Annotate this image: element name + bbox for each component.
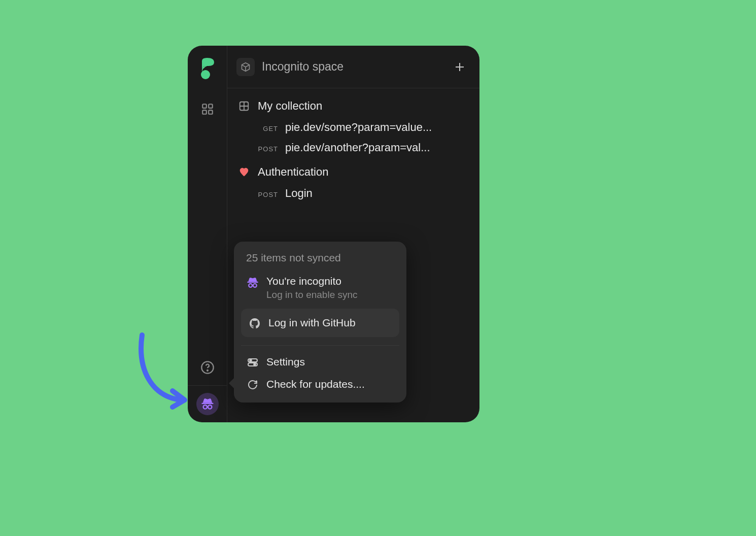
header: Incognito space: [227, 46, 479, 88]
collection-list: My collection GET pie.dev/some?param=val…: [227, 88, 479, 218]
incognito-subtitle: Log in to enable sync: [266, 289, 358, 300]
method-label: GET: [257, 125, 278, 132]
github-icon: [248, 317, 261, 330]
help-button[interactable]: [196, 356, 219, 379]
svg-rect-3: [202, 110, 207, 114]
settings-toggles-icon: [246, 356, 259, 369]
sidebar-divider: [188, 385, 227, 386]
login-github-label: Log in with GitHub: [268, 317, 356, 329]
method-label: POST: [257, 191, 278, 198]
space-cube-icon: [236, 58, 255, 76]
svg-rect-4: [209, 110, 213, 114]
collection-header[interactable]: My collection: [237, 99, 469, 113]
heart-icon: [237, 165, 251, 179]
incognito-icon: [246, 276, 259, 289]
collection-header[interactable]: Authentication: [237, 165, 469, 179]
incognito-info-row: You're incognito Log in to enable sync: [241, 271, 399, 305]
request-path: pie.dev/another?param=val...: [285, 141, 430, 154]
svg-point-6: [207, 370, 208, 371]
svg-point-15: [250, 359, 252, 361]
method-label: POST: [257, 145, 278, 153]
svg-rect-7: [201, 403, 213, 404]
app-logo-icon: [200, 58, 215, 79]
svg-point-8: [203, 405, 207, 409]
settings-menu-item[interactable]: Settings: [241, 351, 399, 373]
app-window: Incognito space My collection: [188, 46, 479, 422]
svg-rect-2: [209, 104, 213, 108]
svg-point-13: [253, 284, 257, 287]
add-button[interactable]: [452, 59, 467, 75]
collection-grid-icon: [237, 99, 251, 113]
collections-tab-icon[interactable]: [199, 100, 216, 118]
settings-label: Settings: [266, 356, 305, 368]
collection-name: My collection: [258, 99, 322, 113]
svg-point-9: [208, 405, 211, 409]
request-row[interactable]: GET pie.dev/some?param=value...: [257, 121, 469, 134]
incognito-title: You're incognito: [266, 275, 358, 287]
login-github-button[interactable]: Log in with GitHub: [241, 309, 399, 337]
check-updates-label: Check for updates....: [266, 378, 365, 390]
svg-rect-1: [202, 104, 207, 108]
svg-point-17: [254, 363, 256, 365]
collection: Authentication POST Login: [237, 165, 469, 200]
collection: My collection GET pie.dev/some?param=val…: [237, 99, 469, 154]
sidebar: [188, 46, 227, 422]
svg-rect-11: [247, 282, 258, 283]
account-popover: 25 items not synced You're incognito Log…: [234, 242, 406, 403]
space-title[interactable]: Incognito space: [262, 60, 445, 74]
sync-status: 25 items not synced: [241, 252, 399, 271]
popover-divider: [241, 345, 399, 346]
svg-point-0: [201, 70, 210, 79]
request-path: Login: [285, 187, 313, 200]
request-path: pie.dev/some?param=value...: [285, 121, 432, 134]
collection-name: Authentication: [258, 165, 328, 179]
request-row[interactable]: POST pie.dev/another?param=val...: [257, 141, 469, 154]
request-row[interactable]: POST Login: [257, 187, 469, 200]
incognito-avatar-button[interactable]: [196, 393, 219, 415]
refresh-icon: [246, 378, 259, 391]
check-updates-menu-item[interactable]: Check for updates....: [241, 373, 399, 395]
svg-point-12: [249, 284, 252, 287]
